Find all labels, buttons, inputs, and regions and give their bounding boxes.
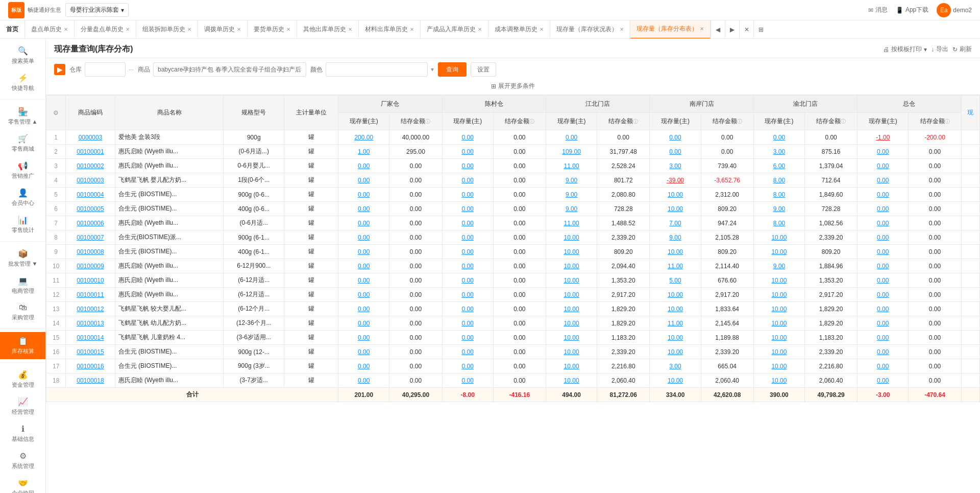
close-icon[interactable]: ✕	[126, 27, 130, 32]
row-qty-5[interactable]: -1.00	[857, 130, 909, 145]
row-qty-5[interactable]: 0.00	[857, 230, 909, 245]
tab-prev-btn[interactable]: ◀	[710, 20, 725, 39]
info-icon[interactable]: ⓘ	[633, 119, 638, 124]
row-qty-4[interactable]: 9.00	[753, 259, 804, 273]
row-qty-0[interactable]: 0.00	[338, 302, 389, 316]
warehouse-input[interactable]	[85, 62, 126, 77]
th-gear[interactable]: ⚙	[46, 96, 66, 130]
sidebar-item-corp[interactable]: 🤝 企业协同	[0, 474, 45, 493]
row-code[interactable]: 00100005	[66, 202, 115, 216]
export-btn[interactable]: ↓ 导出	[931, 45, 948, 54]
row-qty-1[interactable]: 0.00	[442, 173, 493, 187]
print-btn[interactable]: 🖨 按模板打印 ▾	[883, 45, 927, 54]
sidebar-item-inventory[interactable]: 📋 库存核算	[0, 332, 45, 359]
info-icon[interactable]: ⓘ	[841, 119, 846, 124]
row-qty-3[interactable]: 3.00	[650, 359, 701, 373]
row-qty-2[interactable]: 10.00	[546, 359, 597, 373]
row-qty-2[interactable]: 9.00	[546, 202, 597, 216]
close-icon[interactable]: ✕	[410, 27, 414, 32]
row-code[interactable]: 00100010	[66, 273, 115, 288]
sidebar-item-search[interactable]: 🔍 搜索英单	[0, 42, 45, 69]
row-qty-1[interactable]: 0.00	[442, 187, 493, 202]
row-qty-0[interactable]: 0.00	[338, 259, 389, 273]
row-qty-2[interactable]: 10.00	[546, 302, 597, 316]
row-qty-3[interactable]: 10.00	[650, 245, 701, 259]
sidebar-item-ecomm[interactable]: 💻 电商管理	[0, 272, 45, 299]
row-qty-2[interactable]: 11.00	[546, 216, 597, 230]
row-qty-0[interactable]: 1.00	[338, 145, 389, 159]
row-code[interactable]: 0000003	[66, 130, 115, 145]
row-qty-2[interactable]: 10.00	[546, 288, 597, 302]
row-qty-4[interactable]: 10.00	[753, 288, 804, 302]
tab-home[interactable]: 首页	[0, 20, 25, 39]
row-code[interactable]: 00100006	[66, 216, 115, 230]
row-qty-2[interactable]: 10.00	[546, 373, 597, 388]
row-qty-3[interactable]: 3.00	[650, 159, 701, 173]
row-qty-3[interactable]: 0.00	[650, 145, 701, 159]
close-icon[interactable]: ✕	[187, 27, 191, 32]
collapse-btn[interactable]: ▶	[54, 64, 65, 75]
tab-inventory-check[interactable]: 盘点单历史 ✕	[25, 20, 75, 39]
tab-expand-btn[interactable]: ⊞	[753, 20, 768, 39]
row-qty-0[interactable]: 0.00	[338, 187, 389, 202]
row-code[interactable]: 00100014	[66, 331, 115, 345]
row-qty-1[interactable]: 0.00	[442, 273, 493, 288]
row-qty-5[interactable]: 0.00	[857, 187, 909, 202]
row-qty-1[interactable]: 0.00	[442, 373, 493, 388]
row-qty-4[interactable]: 6.00	[753, 159, 804, 173]
row-qty-5[interactable]: 0.00	[857, 373, 909, 388]
row-qty-4[interactable]: 10.00	[753, 316, 804, 331]
row-qty-3[interactable]: -39.00	[650, 173, 701, 187]
row-qty-5[interactable]: 0.00	[857, 159, 909, 173]
row-qty-3[interactable]: 11.00	[650, 259, 701, 273]
row-qty-3[interactable]: 0.00	[650, 130, 701, 145]
row-qty-5[interactable]: 0.00	[857, 259, 909, 273]
close-icon[interactable]: ✕	[478, 27, 482, 32]
info-icon[interactable]: ⓘ	[945, 119, 950, 124]
row-qty-0[interactable]: 200.00	[338, 130, 389, 145]
row-qty-1[interactable]: 0.00	[442, 245, 493, 259]
row-code[interactable]: 00100008	[66, 245, 115, 259]
gear-icon[interactable]: ⚙	[53, 109, 59, 116]
row-qty-2[interactable]: 10.00	[546, 259, 597, 273]
row-qty-5[interactable]: 0.00	[857, 345, 909, 359]
user-menu[interactable]: Ea demo2	[937, 3, 972, 17]
row-code[interactable]: 00100016	[66, 359, 115, 373]
sidebar-item-ops[interactable]: 📈 经营管理	[0, 393, 45, 420]
row-qty-4[interactable]: 10.00	[753, 302, 804, 316]
row-qty-1[interactable]: 0.00	[442, 302, 493, 316]
industry-selector[interactable]: 母婴行业演示陈套 ▾	[65, 3, 129, 17]
color-input[interactable]	[326, 62, 428, 77]
row-qty-1[interactable]: 0.00	[442, 316, 493, 331]
sidebar-item-wholesale[interactable]: 📦 批发管理 ▼	[0, 245, 45, 272]
row-qty-3[interactable]: 10.00	[650, 202, 701, 216]
row-qty-1[interactable]: 0.00	[442, 202, 493, 216]
row-qty-1[interactable]: 0.00	[442, 288, 493, 302]
row-code[interactable]: 00100003	[66, 173, 115, 187]
row-qty-3[interactable]: 7.00	[650, 216, 701, 230]
settings-button[interactable]: 设置	[471, 62, 496, 77]
row-code[interactable]: 00100004	[66, 187, 115, 202]
row-qty-1[interactable]: 0.00	[442, 145, 493, 159]
row-qty-2[interactable]: 10.00	[546, 316, 597, 331]
row-code[interactable]: 00100013	[66, 316, 115, 331]
product-input[interactable]	[153, 62, 306, 77]
sidebar-item-marketing[interactable]: 📢 营销推广	[0, 157, 45, 184]
close-icon[interactable]: ✕	[348, 27, 352, 32]
close-icon[interactable]: ✕	[286, 27, 290, 32]
row-qty-4[interactable]: 3.00	[753, 145, 804, 159]
row-qty-4[interactable]: 10.00	[753, 245, 804, 259]
sidebar-item-retail-shop[interactable]: 🛒 零售商城	[0, 130, 45, 157]
row-qty-2[interactable]: 0.00	[546, 130, 597, 145]
row-qty-0[interactable]: 0.00	[338, 345, 389, 359]
tab-assemble[interactable]: 组装拆卸单历史 ✕	[136, 20, 198, 39]
close-icon[interactable]: ✕	[540, 27, 544, 32]
row-qty-4[interactable]: 8.00	[753, 173, 804, 187]
row-qty-0[interactable]: 0.00	[338, 359, 389, 373]
close-icon[interactable]: ✕	[700, 26, 704, 32]
sidebar-item-member[interactable]: 👤 会员中心	[0, 184, 45, 211]
row-qty-1[interactable]: 0.00	[442, 130, 493, 145]
row-qty-5[interactable]: 0.00	[857, 173, 909, 187]
row-qty-0[interactable]: 0.00	[338, 373, 389, 388]
row-qty-1[interactable]: 0.00	[442, 259, 493, 273]
